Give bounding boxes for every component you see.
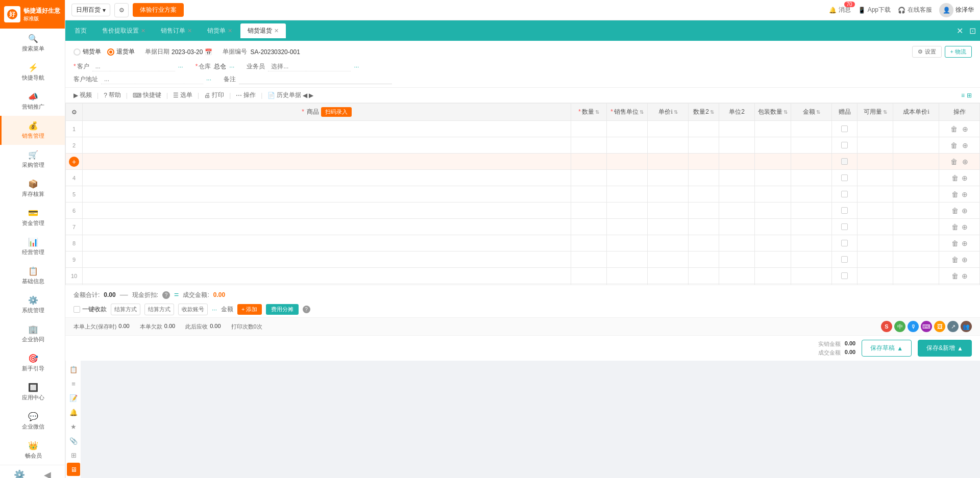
add-logistics-btn[interactable]: + 物流: [945, 46, 972, 58]
expense-help-icon[interactable]: ?: [303, 306, 310, 313]
copy-btn[interactable]: ⊕: [960, 256, 969, 264]
tab-sales-order-close[interactable]: ✕: [187, 28, 192, 34]
tab-home[interactable]: 首页: [67, 23, 94, 38]
sidebar-item-marketing[interactable]: 📣 营销推广: [0, 87, 65, 116]
row-qty2-3[interactable]: [689, 154, 719, 170]
toolbar-help[interactable]: ? 帮助: [104, 91, 121, 99]
row-pack-1[interactable]: [755, 121, 791, 137]
copy-row-3-btn[interactable]: ⊕: [961, 158, 970, 166]
save-draft-btn[interactable]: 保存草稿 ▲: [862, 340, 912, 357]
gift-checkbox-1[interactable]: [841, 125, 848, 132]
sort-price-icon[interactable]: ⇅: [674, 109, 678, 115]
delete-row-2-btn[interactable]: 🗑: [949, 141, 959, 149]
calendar-icon[interactable]: 📅: [205, 48, 212, 56]
industry-select[interactable]: 日用百货 ▾: [71, 4, 110, 16]
copy-btn[interactable]: ⊕: [960, 190, 969, 198]
row-unit-3[interactable]: [607, 154, 648, 170]
toolbar-history[interactable]: 📄 历史单据 ◀ ▶: [267, 91, 313, 99]
account-select[interactable]: 收款账号: [178, 304, 208, 315]
salesperson-more-icon[interactable]: ···: [354, 63, 359, 70]
toolbar-print[interactable]: 🖨 打印: [204, 91, 224, 99]
gift-checkbox-3[interactable]: [841, 158, 848, 165]
status-icon-mic[interactable]: 🎙: [908, 321, 919, 332]
del-btn[interactable]: 🗑: [950, 207, 960, 215]
status-icon-share[interactable]: ↗: [947, 321, 959, 332]
sidebar-item-finance[interactable]: 💳 资金管理: [0, 203, 65, 232]
delete-row-1-btn[interactable]: 🗑: [949, 125, 959, 133]
del-btn[interactable]: 🗑: [950, 223, 960, 231]
add-row-btn[interactable]: +: [69, 157, 79, 167]
toolbar-operation[interactable]: ⋯ 操作: [236, 91, 256, 99]
sort-amount-icon[interactable]: ⇅: [816, 109, 820, 115]
price-info-icon[interactable]: ℹ: [671, 109, 673, 115]
address-input[interactable]: [101, 74, 203, 84]
sidebar-item-business[interactable]: 📊 经营管理: [0, 232, 65, 261]
copy-btn[interactable]: ⊕: [960, 239, 969, 247]
tab-sales-order[interactable]: 销售订单 ✕: [154, 23, 199, 38]
cost-info-icon[interactable]: ℹ: [927, 109, 929, 115]
row-amount-2[interactable]: [791, 137, 832, 154]
settings-btn[interactable]: ⚙ 设置: [912, 46, 941, 58]
del-btn[interactable]: 🗑: [950, 174, 960, 182]
row-qty-2[interactable]: [571, 137, 607, 154]
row-unit-1[interactable]: [607, 121, 648, 137]
sort-qty-icon[interactable]: ⇅: [595, 109, 599, 115]
list-view-btn[interactable]: ≡: [961, 92, 965, 99]
row-pack-2[interactable]: [755, 137, 791, 154]
row-price-1[interactable]: [648, 121, 689, 137]
status-icon-s[interactable]: S: [881, 321, 892, 332]
sidebar-item-quick-nav[interactable]: ⚡ 快捷导航: [0, 58, 65, 87]
scan-btn[interactable]: 扫码录入: [321, 107, 352, 117]
row-qty-3[interactable]: [571, 154, 607, 170]
nav-next-icon[interactable]: ▶: [309, 92, 313, 99]
row-amount-3[interactable]: [791, 154, 832, 170]
add-payment-btn[interactable]: + 添加: [237, 304, 261, 315]
copy-row-1-btn[interactable]: ⊕: [961, 125, 970, 133]
topbar-gear-btn[interactable]: ⚙: [114, 3, 129, 17]
close-tab-btn[interactable]: ✕: [954, 25, 965, 37]
copy-row-2-btn[interactable]: ⊕: [961, 141, 970, 149]
row-gift-3[interactable]: [832, 154, 857, 170]
row-unit-2[interactable]: [607, 137, 648, 154]
sidebar-item-basic[interactable]: 📋 基础信息: [0, 261, 65, 290]
toolbar-select[interactable]: ☰ 选单: [173, 91, 192, 99]
gift-cb[interactable]: [841, 272, 848, 279]
copy-btn[interactable]: ⊕: [960, 207, 969, 215]
row-qty2-1[interactable]: [689, 121, 719, 137]
discount-help-icon[interactable]: ?: [162, 291, 170, 299]
salesperson-input[interactable]: [268, 62, 351, 71]
sidebar-item-newbie[interactable]: 🎯 新手引导: [0, 348, 65, 378]
row-unit2-2[interactable]: [719, 137, 755, 154]
tab-sale[interactable]: 销货单 ✕: [200, 23, 239, 38]
row-price-3[interactable]: [648, 154, 689, 170]
expense-split-btn[interactable]: 费用分摊: [266, 304, 299, 315]
radio-return[interactable]: 退货单: [107, 47, 135, 56]
address-more-icon[interactable]: ···: [206, 76, 211, 83]
tab-return-close[interactable]: ✕: [274, 28, 279, 34]
rt-btn-5[interactable]: ★: [67, 420, 80, 433]
gift-cb[interactable]: [841, 174, 848, 181]
radio-sale[interactable]: 销货单: [74, 47, 101, 56]
row-price-2[interactable]: [648, 137, 689, 154]
rt-btn-1[interactable]: 📋: [67, 363, 80, 376]
sidebar-item-purchase[interactable]: 🛒 采购管理: [0, 145, 65, 174]
row-pack-3[interactable]: [755, 154, 791, 170]
row-unit2-3[interactable]: [719, 154, 755, 170]
row-amount-1[interactable]: [791, 121, 832, 137]
row-avail-2[interactable]: [857, 137, 893, 154]
gift-checkbox-2[interactable]: [841, 142, 848, 148]
del-btn[interactable]: 🗑: [950, 190, 960, 198]
product-input-3[interactable]: [86, 158, 568, 165]
nav-prev-icon[interactable]: ◀: [303, 92, 307, 99]
gift-cb[interactable]: [841, 256, 848, 263]
rt-btn-8[interactable]: 🖥: [67, 463, 80, 476]
customer-more-icon[interactable]: ···: [178, 63, 183, 70]
sort-avail-icon[interactable]: ⇅: [883, 109, 887, 115]
gift-cb[interactable]: [841, 223, 848, 230]
del-btn[interactable]: 🗑: [950, 272, 960, 280]
delete-row-3-btn[interactable]: 🗑: [949, 158, 959, 166]
sidebar-collapse-btn[interactable]: ◀: [44, 469, 51, 478]
sort-pack-icon[interactable]: ⇅: [783, 109, 788, 115]
row-gift-1[interactable]: [832, 121, 857, 137]
row-product-2[interactable]: [83, 137, 571, 154]
